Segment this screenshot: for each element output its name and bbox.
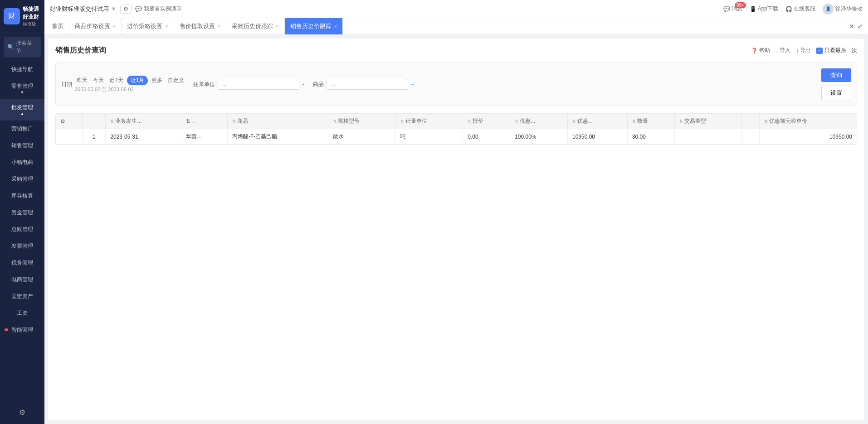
col-unit-sort: ⇅ xyxy=(400,119,404,124)
col-settings-icon: ⚙ xyxy=(60,118,65,125)
col-discount2[interactable]: ⇅优惠... xyxy=(567,114,627,129)
import-label: 导入 xyxy=(780,47,790,54)
help-button[interactable]: ❓ 帮助 xyxy=(751,47,770,54)
col-product-sort: ⇅ xyxy=(232,119,236,124)
online-service-button[interactable]: 🎧 在线客服 xyxy=(785,5,815,13)
tab-sale-extract-label: 售价提取设置 xyxy=(180,22,215,30)
smart-label: 智能管理 xyxy=(11,326,33,334)
col-discount1[interactable]: ⇅优惠... xyxy=(510,114,568,129)
salary-label: 工资 xyxy=(17,309,28,317)
sidebar-item-wholesale[interactable]: 批发管理 ▲ xyxy=(0,99,44,120)
tab-home[interactable]: 首页 xyxy=(46,18,69,34)
tab-sale-extract[interactable]: 售价提取设置 × xyxy=(174,18,226,34)
date-opt-today[interactable]: 今天 xyxy=(91,76,106,85)
tab-price-settings[interactable]: 商品价格设置 × xyxy=(69,18,122,34)
col-date-sort-icon: ⇅ xyxy=(110,119,114,124)
tab-price-settings-close[interactable]: × xyxy=(113,24,116,29)
product-more[interactable]: ··· xyxy=(410,81,414,87)
date-opt-1month[interactable]: 近1月 xyxy=(127,76,148,85)
search-menu-button[interactable]: 🔍 搜索菜单 xyxy=(4,37,41,58)
col-trans-type[interactable]: ⇅交易类型 xyxy=(674,114,741,129)
query-button[interactable]: 查询 xyxy=(821,68,851,82)
sidebar-item-sales[interactable]: 销售管理 xyxy=(0,137,44,154)
tab-expand-button[interactable]: ⤢ xyxy=(857,23,863,30)
sidebar-search[interactable]: 🔍 搜索菜单 xyxy=(0,33,44,61)
sidebar-settings-button[interactable]: ⚙ xyxy=(4,405,41,420)
table-header: ⚙ ⇅ 业务发生... ⇅... ⇅商品 xyxy=(56,114,857,129)
date-opt-7days[interactable]: 近7天 xyxy=(107,76,125,85)
page-actions: ❓ 帮助 ↓ 导入 ↑ 导出 ✓ 只看最后一次 xyxy=(751,47,857,54)
date-opt-yesterday[interactable]: 昨天 xyxy=(75,76,89,85)
tab-purchase-strategy-close[interactable]: × xyxy=(165,24,168,29)
sidebar-logo-text: 畅捷通好业财 标准版 xyxy=(23,5,41,27)
product-input-wrap: ··· xyxy=(327,79,414,90)
tab-purchase-history[interactable]: 采购历史价跟踪 × xyxy=(226,18,284,34)
col-price[interactable]: ⇅报价 xyxy=(463,114,510,129)
tab-sales-history[interactable]: 销售历史价跟踪 × xyxy=(285,18,343,34)
sidebar-item-smart[interactable]: 智能管理 xyxy=(0,322,44,338)
date-opt-more[interactable]: 更多 xyxy=(150,76,164,85)
source-unit-more[interactable]: ··· xyxy=(301,81,306,87)
product-input[interactable] xyxy=(327,79,408,90)
date-opt-custom[interactable]: 自定义 xyxy=(166,76,186,85)
sidebar-item-marketing[interactable]: 营销推广 xyxy=(0,120,44,137)
sidebar-item-retail[interactable]: 零售管理 ▼ xyxy=(0,78,44,99)
col-more-label: ... xyxy=(192,118,196,125)
col-discount1-label: 优惠... xyxy=(520,117,535,125)
ecom-small-label: 小畅电商 xyxy=(11,159,33,166)
col-spec[interactable]: ⇅规格型号 xyxy=(328,114,395,129)
sidebar-item-assets[interactable]: 固定资产 xyxy=(0,288,44,305)
topbar-settings-button[interactable]: ⚙ xyxy=(120,5,132,14)
demo-icon: 💬 xyxy=(135,6,142,12)
settings-icon: ⚙ xyxy=(123,6,128,12)
ecom-label: 电商管理 xyxy=(11,276,33,284)
filter-settings-button[interactable]: 设置 xyxy=(821,86,851,100)
tab-sales-history-close[interactable]: × xyxy=(334,24,337,29)
import-icon: ↓ xyxy=(775,48,778,54)
sales-label: 销售管理 xyxy=(11,142,33,149)
sidebar-item-quick-nav[interactable]: 快捷导航 xyxy=(0,61,44,78)
col-spacer xyxy=(742,114,760,129)
sidebar-item-tax[interactable]: 税务管理 xyxy=(0,255,44,271)
message-button[interactable]: 💬 消息 99+ xyxy=(723,5,742,13)
sidebar-item-ecom-small[interactable]: 小畅电商 xyxy=(0,154,44,171)
retail-label: 零售管理 xyxy=(11,82,33,90)
source-unit-input[interactable] xyxy=(218,79,299,90)
product-label: 商品 xyxy=(313,81,324,88)
tab-sales-history-label: 销售历史价跟踪 xyxy=(290,22,332,30)
sidebar-item-inventory[interactable]: 库存核算 xyxy=(0,188,44,204)
col-spec-sort: ⇅ xyxy=(333,119,336,124)
sidebar-item-salary[interactable]: 工资 xyxy=(0,305,44,322)
sidebar-item-invoice[interactable]: 发票管理 xyxy=(0,238,44,255)
tab-close-button[interactable]: ✕ xyxy=(849,23,854,30)
col-date[interactable]: ⇅ 业务发生... xyxy=(106,114,181,129)
phone-icon: 📱 xyxy=(750,6,756,12)
import-button[interactable]: ↓ 导入 xyxy=(775,47,790,54)
col-pretax[interactable]: ⇅优惠前无税单价 xyxy=(760,114,857,129)
only-last-checkbox[interactable]: ✓ 只看最后一次 xyxy=(816,47,857,54)
col-settings[interactable]: ⚙ xyxy=(56,114,82,129)
app-download-button[interactable]: 📱 App下载 xyxy=(750,5,778,13)
sidebar-item-general[interactable]: 总账管理 xyxy=(0,221,44,238)
row-spacer xyxy=(742,129,760,145)
wholesale-arrow: ▲ xyxy=(20,111,24,116)
col-more[interactable]: ⇅... xyxy=(181,114,228,129)
tab-sale-extract-close[interactable]: × xyxy=(218,24,220,29)
col-product[interactable]: ⇅商品 xyxy=(228,114,328,129)
tab-purchase-strategy[interactable]: 进价策略设置 × xyxy=(122,18,174,34)
topbar-demo: 💬 我要看实例演示 xyxy=(135,5,182,13)
general-label: 总账管理 xyxy=(11,226,33,233)
sidebar-item-finance[interactable]: 资金管理 xyxy=(0,204,44,221)
user-menu[interactable]: 👤 徐泽华修改 xyxy=(823,4,863,14)
smart-dot xyxy=(5,328,8,331)
export-button[interactable]: ↑ 导出 xyxy=(796,47,811,54)
demo-label: 我要看实例演示 xyxy=(144,5,182,13)
sidebar-item-purchase[interactable]: 采购管理 xyxy=(0,171,44,188)
col-unit-label: 计量单位 xyxy=(405,117,427,125)
col-qty[interactable]: ⇅数量 xyxy=(627,114,674,129)
col-unit[interactable]: ⇅计量单位 xyxy=(395,114,463,129)
row-num: 1 xyxy=(82,129,105,145)
tab-purchase-history-close[interactable]: × xyxy=(276,24,278,29)
date-range-display: 2023-05-02 至 2023-06-02 xyxy=(75,86,186,93)
sidebar-item-ecom[interactable]: 电商管理 xyxy=(0,271,44,288)
